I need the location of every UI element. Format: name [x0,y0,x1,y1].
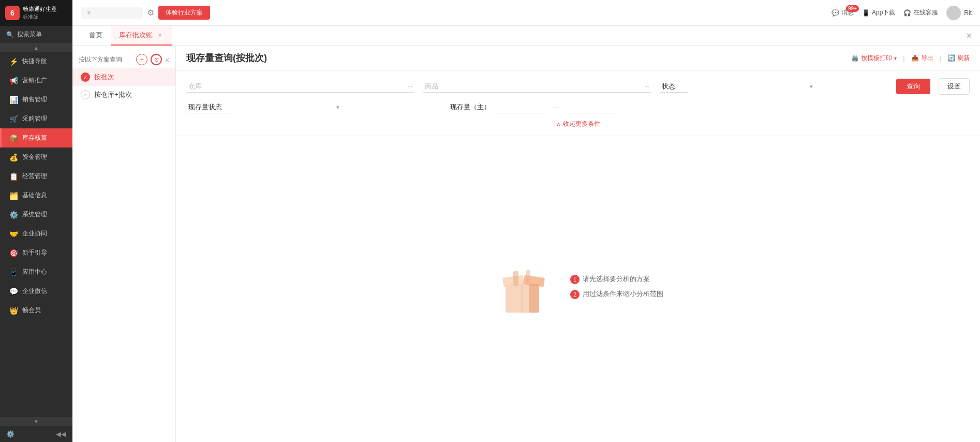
sidebar-item-label: 销售管理 [22,95,47,104]
status-select[interactable]: 状态 [660,80,688,93]
product-more-btn[interactable]: ··· [644,83,649,90]
sidebar-item-label: 新手引导 [22,248,47,257]
sidebar-item-label: 企业协同 [22,229,47,238]
sidebar-item-shortcuts[interactable]: ⚡ 快捷导航 [0,52,72,71]
print-dropdown-icon: ▾ [894,55,897,61]
scheme-settings-btn[interactable]: ⊙ [151,54,162,65]
app-info: 畅康通好生意 标准版 [23,5,57,21]
sidebar-item-basics[interactable]: 🗂️ 基础信息 [0,186,72,205]
print-icon: 🖨️ [851,54,859,62]
empty-icon-area [493,258,555,320]
hint-2-num: 2 [570,290,580,299]
sales-icon: 📊 [9,96,18,104]
sidebar-item-marketing[interactable]: 📢 营销推广 [0,71,72,90]
app-logo: 6 [5,6,20,20]
panel-header-actions: + ⊙ « [136,54,169,65]
settings-button[interactable]: 设置 [939,78,970,95]
scheme-batch-label: 按批次 [94,72,114,82]
right-panel: 现存量查询(按批次) 🖨️ 按模板打印 ▾ | 📤 导出 | 🔄 [176,46,980,442]
sidebar-item-label: 企业微信 [22,287,47,296]
filter-row-2: 现存量状态 ▾ 现存量（主） — [186,101,970,113]
scheme-inactive-icon: ○ [81,90,90,99]
inventory-qty-min[interactable] [494,101,545,113]
export-btn[interactable]: 📤 导出 [911,54,933,63]
sidebar-search-label: 搜索菜单 [17,30,42,39]
sidebar-item-label: 资金管理 [22,153,47,161]
collapse-label: 收起更多条件 [563,120,600,128]
inventory-status-select[interactable]: 现存量状态 [186,101,234,113]
topbar-settings-icon[interactable]: ⚙ [147,8,154,18]
filter-row-1: ··· ··· 状态 ▾ [186,78,970,95]
sidebar-settings-icon[interactable]: ⚙️ [6,430,14,438]
sidebar-item-label: 应用中心 [22,268,47,276]
tab-home[interactable]: 首页 [81,26,111,46]
print-btn[interactable]: 🖨️ 按模板打印 ▾ [851,54,897,63]
filter-inventory-status: 现存量状态 ▾ [186,101,442,113]
system-icon: ⚙️ [9,211,18,219]
user-area[interactable]: Rit [946,6,972,20]
sidebar-item-label: 快捷导航 [22,57,47,66]
product-input[interactable] [423,80,651,93]
print-label: 按模板打印 [861,54,892,63]
inventory-status-dropdown-icon: ▾ [336,104,339,111]
refresh-btn[interactable]: 🔄 刷新 [947,54,970,63]
sidebar-item-member[interactable]: 👑 畅会员 [0,301,72,320]
empty-hint-2: 2 用过滤条件来缩小分析范围 [570,289,663,299]
action-sep2: | [940,54,941,62]
sidebar-item-operations[interactable]: 📋 经营管理 [0,167,72,186]
empty-state: 1 请先选择要分析的方案 2 用过滤条件来缩小分析范围 [176,136,980,442]
inventory-qty-max[interactable] [567,101,618,113]
hint-2-text: 用过滤条件来缩小分析范围 [583,289,663,299]
empty-hint-1: 1 请先选择要分析的方案 [570,274,663,284]
marketing-icon: 📢 [9,77,18,85]
topbar-left: ▼ ⚙ 体验行业方案 [81,6,826,20]
page-content: 按以下方案查询 + ⊙ « ✓ 按批次 ○ 按仓库+批次 [72,46,980,442]
topbar-search-area[interactable]: ▼ [81,7,143,19]
panel-collapse-btn[interactable]: « [165,55,169,64]
sidebar-search[interactable]: 🔍 搜索菜单 [0,26,72,43]
topbar: ▼ ⚙ 体验行业方案 💬 消息 99+ 📱 App下载 🎧 在线客服 Rit [72,0,980,26]
sidebar: 6 畅康通好生意 标准版 🔍 搜索菜单 ▲ ⚡ 快捷导航 📢 营销推广 📊 销售… [0,0,72,442]
app-download-btn[interactable]: 📱 App下载 [862,8,895,17]
tab-inventory-batch[interactable]: 库存批次账 × [111,26,172,46]
purchase-icon: 🛒 [9,115,18,123]
refresh-label: 刷新 [957,54,970,63]
scheme-item-warehouse-batch[interactable]: ○ 按仓库+批次 [72,86,175,104]
left-panel: 按以下方案查询 + ⊙ « ✓ 按批次 ○ 按仓库+批次 [72,46,176,442]
apps-icon: 📱 [9,268,18,276]
collapse-filters-btn[interactable]: ∧ 收起更多条件 [556,120,600,128]
warehouse-input[interactable] [186,80,414,93]
online-service-btn[interactable]: 🎧 在线客服 [903,8,938,17]
page-title: 现存量查询(按批次) [186,52,267,64]
user-avatar [946,6,961,20]
sidebar-item-system[interactable]: ⚙️ 系统管理 [0,205,72,224]
sidebar-item-newcomer[interactable]: 🎯 新手引导 [0,243,72,262]
query-button[interactable]: 查询 [896,79,930,94]
messages-btn[interactable]: 💬 消息 99+ [831,8,854,17]
empty-illustration [498,261,550,318]
user-name: Rit [964,9,972,17]
app-download-label: App下载 [872,8,895,17]
sidebar-scroll-up[interactable]: ▲ [0,43,72,52]
add-scheme-btn[interactable]: + [136,54,147,65]
sidebar-item-wechat[interactable]: 💬 企业微信 [0,282,72,301]
experience-industry-btn[interactable]: 体验行业方案 [158,6,210,20]
warehouse-more-btn[interactable]: ··· [407,83,412,90]
filter-inventory-qty: 现存量（主） — [450,101,706,113]
scheme-item-batch[interactable]: ✓ 按批次 [72,68,175,86]
tabs-bar: 首页 库存批次账 × × [72,26,980,46]
sidebar-item-finance[interactable]: 💰 资金管理 [0,148,72,167]
sidebar-item-inventory[interactable]: 📦 库存核算 [0,128,72,148]
sidebar-scroll-down[interactable]: ▼ [0,417,72,425]
filter-status: 状态 ▾ [660,80,888,93]
search-icon: 🔍 [6,31,14,38]
sidebar-item-enterprise[interactable]: 🤝 企业协同 [0,224,72,243]
sidebar-item-sales[interactable]: 📊 销售管理 [0,90,72,109]
tab-close-icon[interactable]: × [156,31,164,39]
sidebar-collapse-icon[interactable]: ◀◀ [56,430,66,438]
tabs-close-all-icon[interactable]: × [966,30,972,41]
sidebar-item-apps[interactable]: 📱 应用中心 [0,262,72,282]
inventory-icon: 📦 [9,134,18,142]
sidebar-item-purchase[interactable]: 🛒 采购管理 [0,109,72,128]
tab-inventory-batch-label: 库存批次账 [119,31,153,40]
